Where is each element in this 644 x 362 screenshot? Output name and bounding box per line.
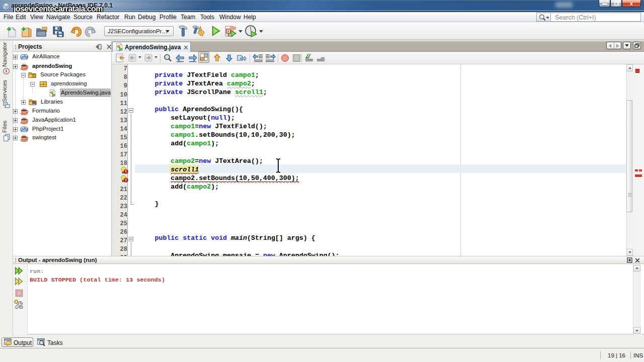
svg-text:3: 3 — [227, 33, 230, 37]
